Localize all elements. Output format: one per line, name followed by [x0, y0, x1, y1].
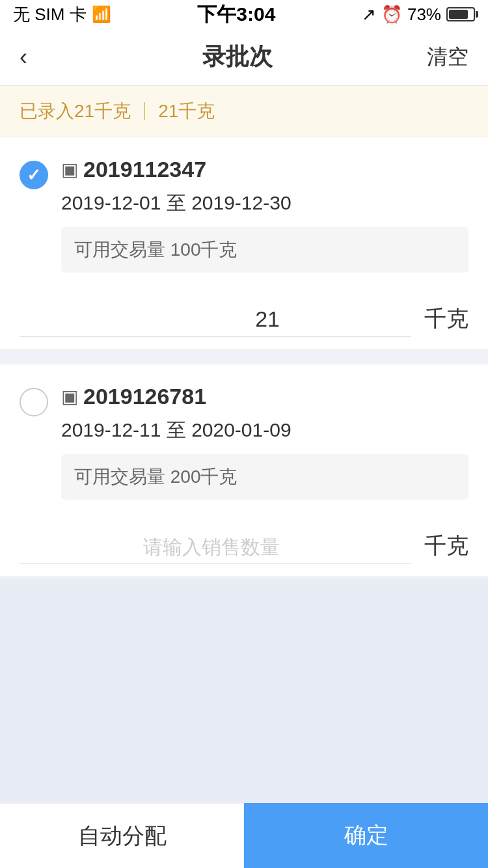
bottom-bar: 自动分配 确定 [0, 803, 488, 868]
batch-id-icon-1: ▣ [61, 159, 78, 180]
batch-id-row-1: ▣ 2019112347 [61, 157, 468, 182]
alarm-icon: ⏰ [381, 5, 402, 25]
quantity-unit-2: 千克 [424, 531, 468, 561]
info-banner: 已录入21千克 21千克 [0, 86, 488, 137]
batch-card-1: ▣ 2019112347 2019-12-01 至 2019-12-30 可用交… [0, 137, 488, 350]
quantity-unit-1: 千克 [424, 304, 468, 334]
battery-percent: 73% [407, 5, 441, 25]
status-time: 下午3:04 [197, 1, 275, 28]
radio-1[interactable] [20, 161, 48, 189]
clear-button[interactable]: 清空 [416, 43, 468, 72]
batch-id-text-1: 2019112347 [83, 157, 206, 182]
batch-id-row-2: ▣ 2019126781 [61, 384, 468, 409]
quantity-underline-2 [20, 534, 411, 559]
quantity-area-1: 千克 [0, 288, 488, 350]
batch-id-icon-2: ▣ [61, 386, 78, 407]
banner-divider [144, 102, 145, 120]
confirm-button[interactable]: 确定 [244, 803, 488, 868]
status-right: ↗ ⏰ 73% [362, 5, 475, 25]
back-button[interactable]: ‹ [20, 44, 59, 71]
batch-card-2: ▣ 2019126781 2019-12-11 至 2020-01-09 可用交… [0, 364, 488, 577]
status-bar: 无 SIM 卡 📶 下午3:04 ↗ ⏰ 73% [0, 0, 488, 29]
batch-date-1: 2019-12-01 至 2019-12-30 [61, 190, 468, 217]
wifi-icon: 📶 [92, 5, 111, 23]
nav-bar: ‹ 录批次 清空 [0, 29, 488, 86]
batch-avail-1: 可用交易量 100千克 [61, 227, 468, 273]
recorded-label: 已录入21千克 [20, 99, 131, 124]
recorded-value: 21千克 [158, 99, 215, 124]
no-sim-text: 无 SIM 卡 [13, 3, 87, 26]
batch-info-2: ▣ 2019126781 2019-12-11 至 2020-01-09 可用交… [61, 384, 468, 500]
batch-id-text-2: 2019126781 [83, 384, 206, 409]
section-divider-1 [0, 351, 488, 364]
quantity-input-2[interactable] [20, 534, 280, 559]
radio-2[interactable] [20, 388, 48, 416]
quantity-input-1[interactable] [20, 306, 280, 332]
auto-distribute-button[interactable]: 自动分配 [0, 803, 244, 868]
batch-avail-2: 可用交易量 200千克 [61, 454, 468, 500]
location-icon: ↗ [362, 5, 376, 25]
battery-icon [446, 7, 475, 21]
page-title: 录批次 [202, 41, 273, 73]
batch-info-1: ▣ 2019112347 2019-12-01 至 2019-12-30 可用交… [61, 157, 468, 273]
radio-circle-1[interactable] [20, 161, 48, 189]
quantity-underline-1 [20, 306, 411, 332]
batch-date-2: 2019-12-11 至 2020-01-09 [61, 417, 468, 444]
empty-area [0, 578, 488, 839]
radio-circle-2[interactable] [20, 388, 48, 416]
quantity-area-2: 千克 [0, 515, 488, 577]
status-left: 无 SIM 卡 📶 [13, 3, 111, 26]
